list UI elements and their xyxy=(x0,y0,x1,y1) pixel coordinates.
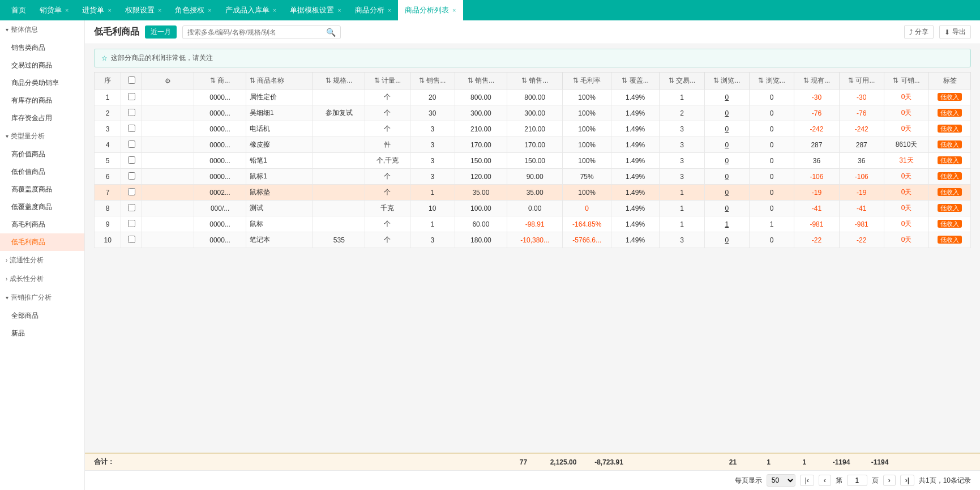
sidebar-item-low-coverage[interactable]: 低覆盖度商品 xyxy=(0,198,84,216)
cell-browse1[interactable]: 0 xyxy=(704,201,749,216)
row-checkbox[interactable] xyxy=(128,140,135,148)
next-page-button[interactable]: › xyxy=(883,475,896,486)
sidebar-item-category-rate[interactable]: 商品分类助销率 xyxy=(0,74,84,92)
col-header-sales-price[interactable]: ⇅ 销售... xyxy=(455,73,507,90)
share-button[interactable]: ⤴ 分享 xyxy=(904,25,934,39)
col-header-browse2[interactable]: ⇅ 浏览... xyxy=(749,73,794,90)
cell-check[interactable] xyxy=(121,169,142,185)
nav-sales-order-close[interactable]: × xyxy=(65,7,69,14)
cell-browse1[interactable]: 0 xyxy=(704,232,749,248)
col-header-check[interactable] xyxy=(121,73,142,90)
cell-browse1[interactable]: 0 xyxy=(704,153,749,169)
sidebar-item-sales-products[interactable]: 销售类商品 xyxy=(0,39,84,57)
col-header-tag[interactable]: 标签 xyxy=(929,73,971,90)
nav-permissions-close[interactable]: × xyxy=(158,7,161,14)
cell-gross-rate: 100% xyxy=(563,105,611,121)
sidebar-item-high-profit[interactable]: 高毛利商品 xyxy=(0,216,84,233)
nav-template-close[interactable]: × xyxy=(337,7,341,14)
col-header-cover[interactable]: ⇅ 覆盖... xyxy=(611,73,659,90)
nav-role-auth[interactable]: 角色授权 × xyxy=(168,0,218,20)
select-all-checkbox[interactable] xyxy=(128,76,135,84)
date-filter-button[interactable]: 近一月 xyxy=(145,25,177,39)
last-page-button[interactable]: ›| xyxy=(900,475,914,486)
cell-check[interactable] xyxy=(121,137,142,153)
col-header-sales-qty[interactable]: ⇅ 销售... xyxy=(410,73,455,90)
sidebar-item-all-products[interactable]: 全部商品 xyxy=(0,307,84,325)
sidebar-group-marketing[interactable]: ▾ 营销推广分析 xyxy=(0,288,84,307)
nav-sales-order[interactable]: 销货单 × xyxy=(33,0,75,20)
cell-check[interactable] xyxy=(121,216,142,232)
col-header-code[interactable]: ⇅ 商... xyxy=(194,73,246,90)
cell-cover: 1.49% xyxy=(611,105,659,121)
col-header-name[interactable]: ⇅ 商品名称 xyxy=(246,73,313,90)
cell-browse1[interactable]: 0 xyxy=(704,121,749,137)
sidebar-group-growth[interactable]: › 成长性分析 xyxy=(0,270,84,288)
cell-check[interactable] xyxy=(121,105,142,121)
search-icon[interactable]: 🔍 xyxy=(326,28,336,37)
row-checkbox[interactable] xyxy=(128,172,135,180)
cell-browse1[interactable]: 0 xyxy=(704,90,749,105)
per-page-select[interactable]: 50 100 200 xyxy=(767,474,795,487)
cell-browse1[interactable]: 0 xyxy=(704,105,749,121)
cell-check[interactable] xyxy=(121,153,142,169)
prev-page-button[interactable]: ‹ xyxy=(819,475,831,486)
nav-purchase-close[interactable]: × xyxy=(108,7,111,14)
col-header-settings[interactable]: ⚙ xyxy=(142,73,194,90)
row-checkbox[interactable] xyxy=(128,125,135,132)
nav-purchase-order[interactable]: 进货单 × xyxy=(75,0,118,20)
cell-check[interactable] xyxy=(121,121,142,137)
sidebar-item-low-profit[interactable]: 低毛利商品 xyxy=(0,233,84,251)
cell-check[interactable] xyxy=(121,201,142,216)
col-header-trade[interactable]: ⇅ 交易... xyxy=(660,73,704,90)
nav-role-close[interactable]: × xyxy=(208,7,211,14)
nav-home[interactable]: 首页 xyxy=(5,0,33,20)
nav-permissions[interactable]: 权限设置 × xyxy=(118,0,168,20)
col-header-saleable[interactable]: ⇅ 可销... xyxy=(884,73,928,90)
nav-product-inbound-close[interactable]: × xyxy=(273,7,276,14)
col-header-unit[interactable]: ⇅ 计量... xyxy=(365,73,410,90)
cell-check[interactable] xyxy=(121,232,142,248)
row-checkbox[interactable] xyxy=(128,188,135,195)
row-checkbox[interactable] xyxy=(128,109,135,116)
cell-browse1[interactable]: 0 xyxy=(704,185,749,201)
page-number-input[interactable] xyxy=(847,475,867,486)
row-checkbox[interactable] xyxy=(128,220,135,227)
nav-product-analysis[interactable]: 商品分析 × xyxy=(348,0,398,20)
col-header-spec[interactable]: ⇅ 规格... xyxy=(313,73,365,90)
nav-product-analysis-close[interactable]: × xyxy=(388,7,391,14)
col-header-sales-amt[interactable]: ⇅ 销售... xyxy=(507,73,563,90)
sidebar-group-circulation[interactable]: › 流通性分析 xyxy=(0,251,84,270)
row-checkbox[interactable] xyxy=(128,236,135,243)
search-input[interactable] xyxy=(187,28,326,36)
sidebar-item-high-coverage[interactable]: 高覆盖度商品 xyxy=(0,181,84,198)
cell-browse1[interactable]: 0 xyxy=(704,137,749,153)
nav-template-settings[interactable]: 单据模板设置 × xyxy=(283,0,348,20)
col-header-stock[interactable]: ⇅ 现有... xyxy=(794,73,839,90)
col-header-seq[interactable]: 序 xyxy=(95,73,121,90)
nav-product-inbound[interactable]: 产成品入库单 × xyxy=(219,0,283,20)
cell-browse2: 0 xyxy=(749,105,794,121)
sidebar-group-overall[interactable]: ▾ 整体信息 xyxy=(0,20,84,39)
first-page-button[interactable]: |‹ xyxy=(800,475,814,486)
sidebar-item-stocked-products[interactable]: 有库存的商品 xyxy=(0,92,84,109)
sidebar-item-low-value[interactable]: 低价值商品 xyxy=(0,163,84,181)
sidebar-item-new-products[interactable]: 新品 xyxy=(0,325,84,342)
row-checkbox[interactable] xyxy=(128,156,135,164)
cell-check[interactable] xyxy=(121,185,142,201)
col-header-gross-rate[interactable]: ⇅ 毛利率 xyxy=(563,73,611,90)
cell-check[interactable] xyxy=(121,90,142,105)
cell-code: 000/... xyxy=(194,201,246,216)
cell-browse1[interactable]: 0 xyxy=(704,169,749,185)
sidebar-group-type-analysis[interactable]: ▾ 类型量分析 xyxy=(0,127,84,146)
export-button[interactable]: ⬇ 导出 xyxy=(939,25,971,39)
row-checkbox[interactable] xyxy=(128,204,135,211)
nav-product-analysis-list-close[interactable]: × xyxy=(452,7,456,14)
col-header-avail[interactable]: ⇅ 可用... xyxy=(839,73,884,90)
sidebar-item-traded-products[interactable]: 交易过的商品 xyxy=(0,57,84,74)
row-checkbox[interactable] xyxy=(128,93,135,100)
nav-product-analysis-list[interactable]: 商品分析列表 × xyxy=(398,0,463,20)
sidebar-item-inventory-capital[interactable]: 库存资金占用 xyxy=(0,109,84,127)
col-header-browse1[interactable]: ⇅ 浏览... xyxy=(704,73,749,90)
cell-browse1[interactable]: 1 xyxy=(704,216,749,232)
sidebar-item-high-value[interactable]: 高价值商品 xyxy=(0,146,84,163)
